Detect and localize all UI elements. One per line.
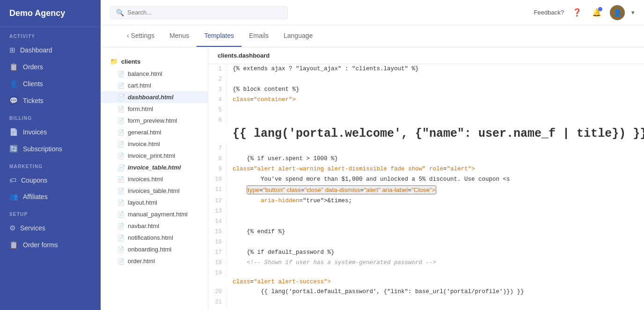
file-icon: 📄: [117, 106, 124, 112]
tab-templates[interactable]: Templates: [197, 25, 242, 47]
subscriptions-icon: 🔄: [9, 145, 18, 153]
sidebar-item-orders[interactable]: 📋 Orders: [0, 59, 101, 75]
sidebar-item-affiliates[interactable]: 👥 Affiliates: [0, 188, 101, 205]
file-icon: 📄: [117, 71, 124, 77]
file-name: layout.html: [128, 199, 157, 206]
file-name: cart.html: [128, 82, 151, 89]
folder-name: clients: [121, 58, 140, 65]
sidebar-item-label-services: Services: [20, 224, 45, 232]
code-header: clients.dashboard: [208, 47, 644, 64]
sidebar-item-label-affiliates: Affiliates: [23, 193, 48, 200]
file-tree: 📁 clients 📄 balance.html 📄 cart.html 📄 d…: [101, 47, 208, 310]
file-icon: 📄: [117, 258, 124, 265]
line-code: [227, 105, 242, 115]
file-dashboard-html[interactable]: 📄 dashboard.html: [101, 91, 208, 103]
line-code: {{ lang('portal.welcome', {"name": user.…: [227, 116, 644, 144]
line-number: 8: [208, 154, 227, 164]
help-icon[interactable]: ❓: [571, 6, 584, 19]
file-navbar-html[interactable]: 📄 navbar.html: [101, 220, 208, 232]
sidebar-item-label-order-forms: Order forms: [23, 241, 58, 249]
line-code: [227, 237, 242, 247]
chevron-down-icon[interactable]: ▾: [631, 9, 635, 16]
sidebar-item-label-invoices: Invoices: [23, 128, 47, 136]
line-code: class="alert alert-success">: [227, 268, 337, 288]
search-input[interactable]: [127, 9, 282, 16]
line-code: {% endif %}: [227, 227, 291, 237]
line-number: 5: [208, 105, 227, 115]
avatar[interactable]: 👤: [610, 5, 625, 20]
code-line: 21: [208, 297, 644, 308]
feedback-button[interactable]: Feedback?: [534, 9, 564, 16]
file-icon: 📄: [117, 141, 124, 148]
order-forms-icon: 📋: [9, 241, 18, 249]
code-line: 20 {{ lang('portal.default_password', {"…: [208, 287, 644, 297]
file-icon: 📄: [117, 188, 124, 194]
file-name: navbar.html: [128, 222, 159, 229]
line-code: class="alert alert-warning alert-dismiss…: [227, 164, 481, 174]
line-number: 19: [208, 268, 227, 278]
file-invoices-html[interactable]: 📄 invoices.html: [101, 173, 208, 185]
file-form_preview-html[interactable]: 📄 form_preview.html: [101, 115, 208, 126]
sidebar-item-label-orders: Orders: [23, 63, 43, 71]
topbar-right: Feedback? ❓ 🔔 👤 ▾: [534, 5, 635, 20]
code-line: 7: [208, 144, 644, 154]
code-line: 18 <!-- Shown if user has a system-gener…: [208, 258, 644, 268]
code-line: 4class="container">: [208, 95, 644, 105]
folder-icon: 📁: [110, 58, 118, 65]
line-code: {% if default_password %}: [227, 248, 340, 258]
code-line: 12 aria-hidden="true">&times;: [208, 196, 644, 207]
sidebar-item-dashboard[interactable]: ⊞ Dashboard: [0, 42, 101, 59]
invoices-icon: 📄: [9, 128, 18, 136]
code-line: 5: [208, 105, 644, 116]
line-number: 9: [208, 164, 227, 174]
code-line: 15 {% endif %}: [208, 227, 644, 237]
code-line: 14: [208, 217, 644, 227]
file-name: notifications.html: [128, 234, 173, 241]
file-cart-html[interactable]: 📄 cart.html: [101, 80, 208, 91]
code-line: 6 {{ lang('portal.welcome', {"name": use…: [208, 116, 644, 144]
code-line: 2: [208, 74, 644, 85]
folder-clients[interactable]: 📁 clients: [101, 55, 208, 68]
file-general-html[interactable]: 📄 general.html: [101, 126, 208, 138]
file-name: form_preview.html: [128, 117, 177, 124]
file-manual_payment-html[interactable]: 📄 manual_payment.html: [101, 208, 208, 220]
file-balance-html[interactable]: 📄 balance.html: [101, 68, 208, 80]
clients-icon: 👤: [9, 80, 18, 88]
file-invoice_table-html[interactable]: 📄 invoice_table.html: [101, 162, 208, 173]
sidebar-item-clients[interactable]: 👤 Clients: [0, 75, 101, 92]
file-notifications-html[interactable]: 📄 notifications.html: [101, 232, 208, 244]
line-number: 3: [208, 85, 227, 95]
sidebar-item-subscriptions[interactable]: 🔄 Subscriptions: [0, 140, 101, 157]
tab-emails[interactable]: Emails: [242, 25, 276, 47]
code-editor[interactable]: clients.dashboard 1{% extends ajax ? "la…: [208, 47, 644, 310]
file-onboarding-html[interactable]: 📄 onboarding.html: [101, 244, 208, 255]
file-icon: 📄: [117, 211, 124, 218]
sidebar-item-coupons[interactable]: 🏷 Coupons: [0, 172, 101, 188]
sidebar-item-invoices[interactable]: 📄 Invoices: [0, 124, 101, 140]
file-icon: 📄: [117, 129, 124, 136]
file-form-html[interactable]: 📄 form.html: [101, 103, 208, 115]
notification-icon[interactable]: 🔔: [590, 6, 603, 19]
tab-menus[interactable]: Menus: [162, 25, 197, 47]
search-wrapper[interactable]: 🔍: [110, 6, 288, 19]
file-order-html[interactable]: 📄 order.html: [101, 255, 208, 267]
tab-language[interactable]: Language: [276, 25, 320, 47]
sidebar-section-activity: ACTIVITY: [0, 27, 101, 42]
sidebar-item-tickets[interactable]: 💬 Tickets: [0, 92, 101, 109]
file-layout-html[interactable]: 📄 layout.html: [101, 197, 208, 208]
line-number: 16: [208, 237, 227, 247]
file-name: invoice_table.html: [128, 164, 181, 171]
tab-settings[interactable]: ‹ Settings: [119, 25, 162, 47]
code-line: 3{% block content %}: [208, 85, 644, 95]
file-name: invoices_table.html: [128, 187, 180, 194]
line-number: 14: [208, 217, 227, 227]
file-icon: 📄: [117, 118, 124, 124]
file-name: manual_payment.html: [128, 211, 188, 218]
file-invoices_table-html[interactable]: 📄 invoices_table.html: [101, 185, 208, 197]
sidebar-item-services[interactable]: ⚙ Services: [0, 220, 101, 236]
file-invoice-html[interactable]: 📄 invoice.html: [101, 138, 208, 150]
file-invoice_print-html[interactable]: 📄 invoice_print.html: [101, 150, 208, 162]
code-line: 11 type="button" class="close" data-dism…: [208, 185, 644, 196]
sidebar-item-order-forms[interactable]: 📋 Order forms: [0, 236, 101, 253]
sidebar-item-label-dashboard: Dashboard: [20, 46, 52, 54]
